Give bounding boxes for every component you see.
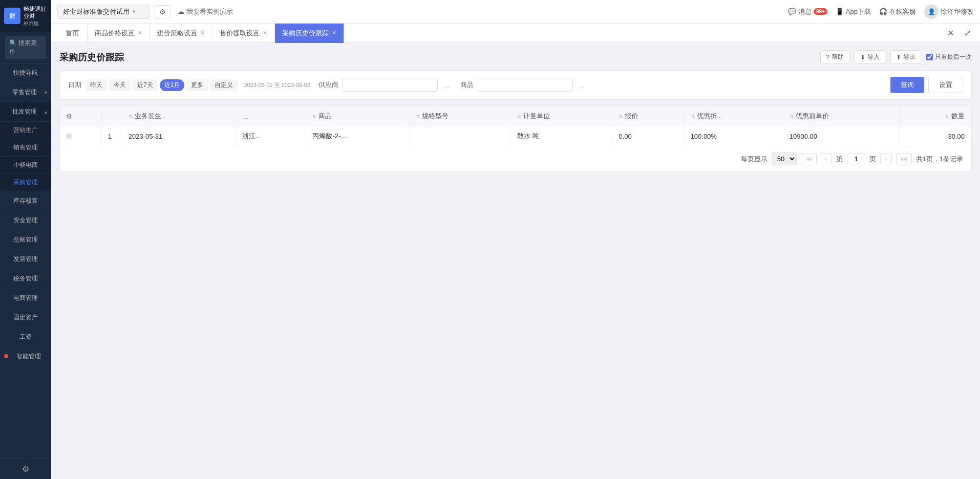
col-price[interactable]: ⇅ 报价	[612, 106, 684, 126]
import-label: 导入	[867, 53, 880, 61]
sidebar-search-section: 🔍 搜索菜单	[0, 32, 51, 63]
message-button[interactable]: 💬 消息 99+	[788, 7, 827, 16]
online-service-button[interactable]: 🎧 在线客服	[879, 7, 916, 16]
logo-icon: 财	[4, 8, 20, 24]
page-actions: ? 帮助 ⬇ 导入 ⬆ 导出 只看最后一次	[820, 50, 972, 64]
supplier-input[interactable]	[343, 79, 438, 92]
col-spec[interactable]: ⇅ 规格型号	[410, 106, 511, 126]
search-menu-button[interactable]: 🔍 搜索菜单	[5, 36, 46, 59]
col-unit-label: 计量单位	[523, 112, 550, 121]
col-extra[interactable]: ...	[236, 106, 306, 126]
date-chip-custom[interactable]: 自定义	[210, 79, 238, 91]
version-selector-text: 好业财标准版交付试用	[63, 7, 130, 16]
tab-close-icon[interactable]: ✕	[200, 30, 205, 36]
sidebar-item-wholesale[interactable]: 批发管理 ▴	[0, 102, 51, 122]
col-settings[interactable]: ⚙	[60, 106, 101, 126]
supplier-more-icon[interactable]: ...	[442, 81, 452, 89]
page-number-input[interactable]	[847, 154, 865, 164]
sidebar-item-general-ledger[interactable]: 总账管理	[0, 230, 51, 250]
product-more-icon[interactable]: ...	[577, 81, 587, 89]
per-page-select[interactable]: 50	[772, 153, 797, 165]
tab-purchase-history-label: 采购历史价跟踪	[282, 29, 329, 38]
last-only-checkbox-label[interactable]: 只看最后一次	[926, 53, 972, 61]
tab-home[interactable]: 首页	[57, 24, 88, 43]
date-chip-today[interactable]: 今天	[109, 79, 131, 91]
message-label: 消息	[798, 7, 812, 16]
demo-text: 我要看实例演示	[186, 7, 233, 16]
tab-close-icon[interactable]: ✕	[263, 30, 267, 36]
sidebar-item-payroll-label: 工资	[4, 333, 47, 341]
export-button[interactable]: ⬆ 导出	[890, 50, 921, 64]
tab-purchase-strategy[interactable]: 进价策略设置 ✕	[150, 24, 212, 43]
import-button[interactable]: ⬇ 导入	[855, 50, 885, 64]
date-chip-more[interactable]: 更多	[186, 79, 208, 91]
version-selector[interactable]: 好业财标准版交付试用 ▾	[57, 5, 150, 19]
row-settings-icon[interactable]: ⚙	[60, 126, 101, 146]
date-chip-7days[interactable]: 近7天	[133, 79, 158, 91]
quick-nav-label: 快捷导航	[4, 69, 47, 77]
settings-button[interactable]: 设置	[928, 77, 963, 93]
sidebar-item-fixed-assets[interactable]: 固定资产	[0, 308, 51, 328]
app-download-button[interactable]: 📱 App下载	[836, 7, 871, 16]
sort-icon: ⇅	[790, 114, 794, 119]
per-page-label: 每页显示	[741, 155, 768, 164]
user-name: 徐泽华修改	[941, 7, 974, 16]
pagination-first-button[interactable]: ⏮	[801, 154, 817, 164]
sidebar-item-quick-nav[interactable]: 快捷导航	[0, 63, 51, 83]
col-pre-discount-price[interactable]: ⇅ 优惠前单价	[783, 106, 899, 126]
sidebar-item-finance[interactable]: 资金管理	[0, 211, 51, 230]
sidebar-item-ecommerce[interactable]: 电商管理	[0, 289, 51, 308]
col-date-label: 业务发生...	[135, 112, 167, 121]
main-area: 好业财标准版交付试用 ▾ ⚙ ☁ 我要看实例演示 💬 消息 99+ 📱 App下…	[51, 0, 980, 479]
tab-product-price[interactable]: 商品价格设置 ✕	[88, 24, 150, 43]
col-unit[interactable]: ⇅ 计量单位	[511, 106, 612, 126]
sidebar-gear-button[interactable]: ⚙	[22, 464, 29, 474]
sidebar-item-invoice-label: 发票管理	[4, 255, 47, 264]
col-product[interactable]: ⇅ 商品	[306, 106, 410, 126]
pagination-last-button[interactable]: ⏭	[896, 154, 912, 164]
query-button[interactable]: 查询	[890, 77, 924, 93]
close-tab-button[interactable]: ✕	[944, 27, 957, 39]
pagination-prev-button[interactable]: ‹	[821, 154, 832, 164]
user-button[interactable]: 👤 徐泽华修改	[924, 5, 974, 19]
tab-sale-price[interactable]: 售价提取设置 ✕	[212, 24, 275, 43]
demo-link[interactable]: ☁ 我要看实例演示	[178, 7, 233, 16]
sidebar-item-purchase[interactable]: 采购管理	[0, 174, 51, 191]
product-input[interactable]	[478, 79, 573, 92]
mobile-icon: 📱	[836, 8, 844, 15]
tab-purchase-history[interactable]: 采购历史价跟踪 ✕	[275, 24, 344, 43]
page-content: 采购历史价跟踪 ? 帮助 ⬇ 导入 ⬆ 导出 只看最后一次	[51, 43, 980, 479]
avatar: 👤	[924, 5, 939, 19]
topbar-settings-button[interactable]: ⚙	[155, 5, 171, 18]
sidebar-item-inventory[interactable]: 库存核算	[0, 191, 51, 211]
sidebar-item-sales[interactable]: 销售管理	[0, 139, 51, 157]
cloud-icon: ☁	[178, 8, 184, 15]
sidebar-item-invoice[interactable]: 发票管理	[0, 250, 51, 269]
date-chip-1month[interactable]: 近1月	[160, 79, 185, 91]
sort-icon: ⇅	[945, 114, 949, 119]
sidebar-item-ecommerce-small[interactable]: 小畅电商	[0, 157, 51, 174]
last-only-label: 只看最后一次	[935, 53, 972, 61]
expand-button[interactable]: ⤢	[961, 27, 974, 39]
col-quantity[interactable]: ⇅ 数量	[899, 106, 971, 126]
col-date[interactable]: ⇅ 业务发生...	[122, 106, 236, 126]
sidebar-item-smart-mgmt[interactable]: 智能管理	[0, 347, 51, 366]
sidebar-item-tax[interactable]: 税务管理	[0, 269, 51, 289]
tab-close-icon[interactable]: ✕	[138, 30, 142, 36]
sidebar-item-fixed-assets-label: 固定资产	[4, 313, 47, 322]
last-only-checkbox[interactable]	[926, 54, 933, 60]
col-price-label: 报价	[625, 112, 638, 121]
tab-close-icon[interactable]: ✕	[332, 30, 336, 36]
sidebar: 财 畅捷通好业财 标准版 🔍 搜索菜单 快捷导航 零售管理 ▾ 批发管理 ▴ 营…	[0, 0, 51, 479]
date-chip-yesterday[interactable]: 昨天	[86, 79, 107, 91]
row-index: 1	[101, 126, 122, 146]
col-discount[interactable]: ⇅ 优惠折...	[684, 106, 783, 126]
page-title: 采购历史价跟踪	[59, 51, 124, 63]
sidebar-item-retail-label: 零售管理	[4, 88, 45, 97]
sidebar-item-retail[interactable]: 零售管理 ▾	[0, 83, 51, 102]
pagination-next-button[interactable]: ›	[880, 154, 891, 164]
sidebar-item-marketing[interactable]: 营销推广	[0, 122, 51, 139]
tab-product-price-label: 商品价格设置	[95, 29, 135, 38]
help-button[interactable]: ? 帮助	[820, 50, 849, 64]
sidebar-item-payroll[interactable]: 工资	[0, 328, 51, 347]
